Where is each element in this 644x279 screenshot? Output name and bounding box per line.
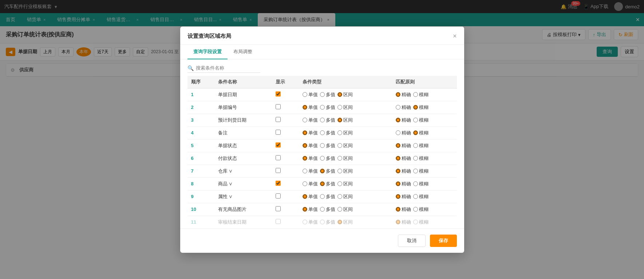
- dialog-search-area: 🔍: [180, 59, 464, 76]
- col-name: 条件名称: [214, 76, 272, 80]
- dialog-table: 顺序 条件名称 显示 条件类型 匹配原则 1单据日期单值多值区间精确模糊2单据编…: [180, 76, 464, 80]
- dialog-title: 设置查询区域布局: [187, 33, 231, 40]
- search-wrap: 🔍: [187, 64, 260, 73]
- dialog-tab-layout[interactable]: 布局调整: [228, 45, 258, 59]
- modal-overlay: 设置查询区域布局 × 查询字段设置 布局调整 🔍 顺序: [0, 0, 644, 80]
- dialog-header: 设置查询区域布局 ×: [180, 27, 464, 45]
- col-match: 匹配原则: [392, 76, 457, 80]
- col-type: 条件类型: [299, 76, 392, 80]
- dialog-tab-fields-label: 查询字段设置: [193, 49, 222, 54]
- dialog: 设置查询区域布局 × 查询字段设置 布局调整 🔍 顺序: [180, 27, 464, 80]
- dialog-close-button[interactable]: ×: [453, 32, 457, 40]
- col-order: 顺序: [187, 76, 214, 80]
- col-display: 显示: [272, 76, 299, 80]
- dialog-tabs: 查询字段设置 布局调整: [180, 45, 464, 59]
- search-icon: 🔍: [187, 65, 194, 71]
- search-input[interactable]: [196, 65, 254, 71]
- dialog-tab-fields[interactable]: 查询字段设置: [187, 45, 228, 59]
- dialog-tab-layout-label: 布局调整: [233, 49, 252, 54]
